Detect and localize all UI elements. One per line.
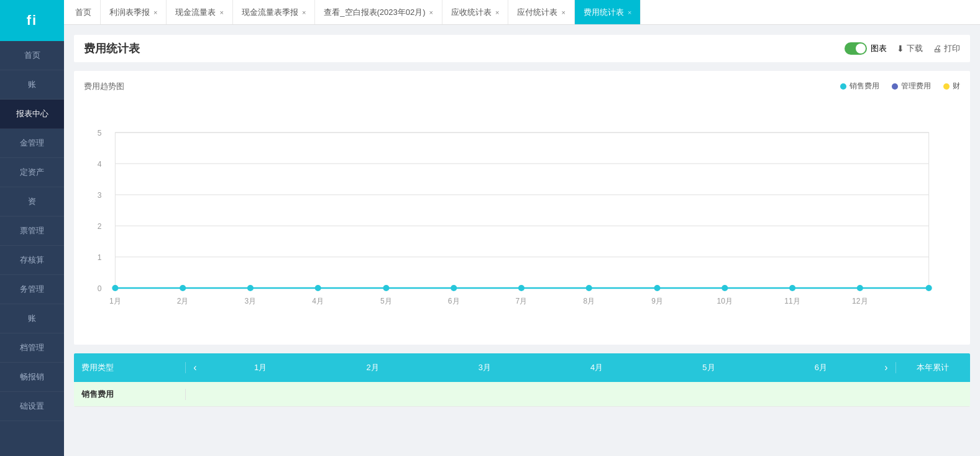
chart-legend: 销售费用 管理费用 财 (840, 81, 960, 91)
tab-profit-quarter[interactable]: 利润表季报 × (101, 0, 167, 25)
tab-payable-stats[interactable]: 应付统计表 × (508, 0, 574, 25)
svg-point-14 (180, 285, 186, 291)
tab-close-cashflow-quarter[interactable]: × (302, 9, 306, 16)
table-col-month6: 6月 (765, 362, 877, 373)
table-col-month1: 1月 (204, 362, 316, 373)
print-button[interactable]: 🖨 打印 (933, 43, 960, 54)
svg-text:8月: 8月 (583, 297, 595, 305)
download-icon: ⬇ (897, 44, 904, 54)
print-icon: 🖨 (933, 44, 941, 54)
legend-label-admin: 管理费用 (901, 81, 931, 91)
tab-close-cashflow[interactable]: × (219, 9, 223, 16)
sidebar-item-payable[interactable]: 账 (0, 304, 64, 333)
svg-point-13 (112, 285, 118, 291)
svg-text:3月: 3月 (245, 297, 257, 305)
table-nav-prev[interactable]: ‹ (186, 362, 204, 373)
tab-close-payable-stats[interactable]: × (561, 9, 565, 16)
chart-wrapper: 0 1 2 3 4 5 (84, 98, 960, 335)
svg-text:10月: 10月 (717, 297, 733, 305)
tab-bar: 首页 利润表季报 × 现金流量表 × 现金流量表季报 × 查看_空白报表(202… (64, 0, 980, 25)
tab-cashflow[interactable]: 现金流量表 × (167, 0, 232, 25)
sidebar-item-report-center[interactable]: 报表中心 (0, 100, 64, 129)
tab-home[interactable]: 首页 (66, 0, 101, 25)
svg-text:11月: 11月 (784, 297, 800, 305)
table-row: 销售费用 (74, 382, 970, 407)
svg-point-21 (654, 285, 661, 291)
sidebar-item-home[interactable]: 首页 (0, 41, 64, 70)
toggle-label: 图表 (871, 43, 887, 54)
svg-text:4: 4 (98, 160, 102, 169)
sidebar-item-settings[interactable]: 础设置 (0, 392, 64, 421)
svg-text:5月: 5月 (380, 297, 392, 305)
table-col-month3: 3月 (429, 362, 541, 373)
svg-text:4月: 4月 (312, 297, 324, 305)
page-header: 费用统计表 图表 ⬇ 下载 🖨 打印 (74, 35, 970, 62)
legend-sales-expense: 销售费用 (840, 81, 879, 91)
legend-dot-finance (943, 83, 950, 90)
svg-text:0: 0 (98, 284, 102, 293)
sidebar-item-service[interactable]: 务管理 (0, 275, 64, 304)
legend-label-finance: 财 (953, 81, 960, 91)
row-type-sales: 销售费用 (74, 389, 186, 400)
legend-dot-admin (892, 83, 898, 90)
svg-text:1月: 1月 (109, 297, 121, 305)
page-content: 费用统计表 图表 ⬇ 下载 🖨 打印 (64, 25, 980, 456)
svg-text:1: 1 (98, 253, 102, 262)
svg-text:9月: 9月 (651, 297, 663, 305)
page-title: 费用统计表 (84, 41, 140, 56)
table-area: 费用类型 ‹ 1月 2月 3月 4月 5月 6月 › 本年累计 销售费用 (74, 353, 970, 407)
chart-title: 费用趋势图 (84, 81, 124, 92)
legend-dot-sales (840, 83, 846, 90)
col-type-label: 费用类型 (81, 362, 114, 373)
svg-text:5: 5 (98, 129, 102, 137)
svg-point-25 (926, 285, 932, 291)
header-actions: 图表 ⬇ 下载 🖨 打印 (845, 42, 960, 55)
svg-text:7月: 7月 (516, 297, 528, 305)
table-col-type: 费用类型 (74, 362, 186, 373)
tab-close-receivable[interactable]: × (495, 9, 499, 16)
sidebar-item-sales[interactable]: 畅报销 (0, 363, 64, 392)
svg-point-15 (247, 285, 254, 291)
svg-point-20 (586, 285, 592, 291)
tab-blank-report[interactable]: 查看_空白报表(2023年02月) × (315, 0, 442, 25)
svg-text:3: 3 (98, 191, 102, 200)
svg-rect-12 (115, 133, 928, 288)
table-header-row: 费用类型 ‹ 1月 2月 3月 4月 5月 6月 › 本年累计 (74, 353, 970, 382)
table-nav-next[interactable]: › (877, 362, 895, 373)
chart-svg: 0 1 2 3 4 5 (84, 98, 960, 335)
svg-point-16 (315, 285, 321, 291)
svg-text:2月: 2月 (177, 297, 189, 305)
svg-point-18 (451, 285, 457, 291)
sidebar-logo: fi (0, 0, 64, 41)
sidebar-item-inventory[interactable]: 存核算 (0, 246, 64, 275)
tab-expense-stats[interactable]: 费用统计表 × (575, 0, 641, 25)
svg-point-17 (383, 285, 389, 291)
sidebar-item-fund[interactable]: 金管理 (0, 129, 64, 158)
svg-point-24 (857, 285, 863, 291)
table-col-month5: 5月 (653, 362, 764, 373)
svg-point-23 (789, 285, 795, 291)
svg-text:6月: 6月 (448, 297, 460, 305)
legend-label-sales: 销售费用 (849, 81, 879, 91)
sidebar-item-file-mgmt[interactable]: 档管理 (0, 333, 64, 363)
legend-finance-expense: 财 (943, 81, 960, 91)
table-col-ytd: 本年累计 (895, 362, 970, 373)
sidebar-item-investment[interactable]: 资 (0, 187, 64, 216)
table-col-month2: 2月 (316, 362, 428, 373)
chart-toggle[interactable] (845, 42, 867, 55)
table-col-month4: 4月 (541, 362, 653, 373)
tab-close-blank-report[interactable]: × (429, 9, 433, 16)
tab-receivable[interactable]: 应收统计表 × (442, 0, 508, 25)
sidebar-item-account[interactable]: 账 (0, 70, 64, 100)
main-content: 首页 利润表季报 × 现金流量表 × 现金流量表季报 × 查看_空白报表(202… (64, 0, 980, 456)
svg-point-22 (721, 285, 728, 291)
sidebar-item-fixed-assets[interactable]: 定资产 (0, 158, 64, 187)
tab-close-expense-stats[interactable]: × (628, 9, 631, 16)
tab-cashflow-quarter[interactable]: 现金流量表季报 × (233, 0, 315, 25)
chart-area: 费用趋势图 销售费用 管理费用 财 (74, 71, 970, 345)
download-button[interactable]: ⬇ 下载 (897, 43, 923, 54)
legend-admin-expense: 管理费用 (892, 81, 931, 91)
tab-close-profit-quarter[interactable]: × (153, 9, 157, 16)
sidebar: fi 首页 账 报表中心 金管理 定资产 资 票管理 存核算 务管理 账 档管理… (0, 0, 64, 456)
sidebar-item-ticket[interactable]: 票管理 (0, 216, 64, 246)
